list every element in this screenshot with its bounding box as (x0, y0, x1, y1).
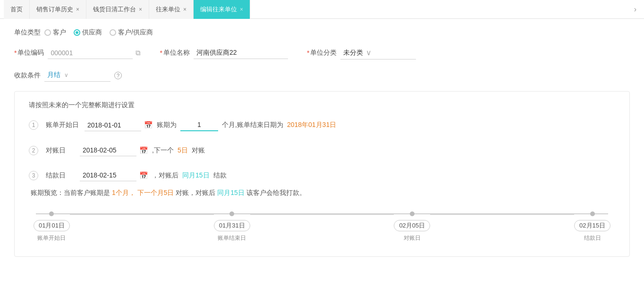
radio-customer-circle (44, 29, 51, 36)
summary-part4: 同月15日 (217, 189, 245, 196)
field-label-2: 对账日 (46, 146, 74, 155)
row-3: 3 结款日 📅 ，对账后 同月15日 结款 (29, 169, 615, 181)
main-content: 单位类型 客户 供应商 客户/供应商 * 单位编码 ⧉ * 单位名称 (0, 19, 644, 287)
timeline-date-1: 01月01日 (34, 220, 70, 231)
field-label-3: 结款日 (46, 171, 74, 180)
payment-highlight: 同月15日 (182, 171, 210, 180)
reconcile-date-input[interactable] (80, 144, 136, 156)
timeline-date-2: 01月31日 (214, 220, 250, 231)
summary-part5: 该客户会给我打款。 (246, 189, 306, 196)
summary-part3: 对账，对账后 (176, 189, 215, 196)
unit-name-group: * 单位名称 (160, 47, 288, 59)
summary-text: 账期预览：当前客户账期是 1个月， 下一个月5日 对账，对账后 同月15日 该客… (29, 189, 615, 197)
radio-customer[interactable]: 客户 (44, 28, 66, 37)
timeline-node-2: 01月31日 账单结束日 (214, 209, 250, 242)
radio-supplier-circle (74, 29, 80, 36)
radio-both[interactable]: 客户/供应商 (110, 28, 153, 37)
end-date-highlight: 2018年01月31日 (287, 121, 336, 129)
tab-cash-ledger-close[interactable]: × (139, 6, 142, 13)
tab-partner-units-label: 往来单位 (156, 5, 180, 14)
reconcile-desc-before: ,下一个 (152, 146, 174, 155)
unit-category-arrow: ∨ (366, 48, 372, 57)
unit-name-input[interactable] (194, 47, 288, 59)
unit-name-star: * (160, 49, 162, 57)
radio-both-label: 客户/供应商 (118, 28, 153, 37)
unit-category-value: 未分类 (343, 49, 363, 57)
unit-code-copy-icon[interactable]: ⧉ (136, 49, 141, 57)
timeline-date-3: 02月05日 (394, 220, 430, 231)
row-number-1: 1 (29, 120, 38, 130)
payment-desc-before: ，对账后 (152, 171, 178, 180)
tab-edit-partner-close[interactable]: × (240, 6, 243, 13)
summary-part1: 1个月， (112, 189, 136, 196)
tabs-bar: 首页 销售订单历史 × 钱货日清工作台 × 往来单位 × 编辑往来单位 × › (0, 0, 644, 19)
row-number-2: 2 (29, 146, 38, 155)
tab-home-label: 首页 (10, 5, 23, 14)
payment-terms-dropdown[interactable]: 月结 ∨ (44, 69, 110, 82)
unit-category-group: * 单位分类 未分类 ∨ (307, 46, 416, 59)
tab-cash-ledger[interactable]: 钱货日清工作台 × (86, 0, 149, 19)
period-label-before: 账期为 (157, 121, 177, 129)
start-date-input[interactable] (85, 119, 141, 131)
reconcile-desc-after: 对账 (192, 146, 205, 155)
payment-date-input[interactable] (80, 169, 136, 181)
radio-supplier-label: 供应商 (82, 28, 102, 37)
inner-card-title: 请按照未来的一个完整帐期进行设置 (29, 101, 615, 110)
payment-desc-after: 结款 (213, 171, 227, 180)
row-number-3: 3 (29, 171, 38, 180)
timeline-label-1: 账单开始日 (37, 234, 66, 242)
unit-type-row: 单位类型 客户 供应商 客户/供应商 (14, 28, 630, 37)
tab-sales-history-label: 销售订单历史 (36, 5, 73, 14)
unit-type-radio-group: 客户 供应商 客户/供应商 (44, 28, 153, 37)
tab-partner-units[interactable]: 往来单位 × (149, 0, 194, 19)
timeline-node-3: 02月05日 对账日 (394, 209, 430, 242)
timeline-dot-4 (590, 211, 595, 216)
unit-category-star: * (307, 49, 309, 57)
timeline-label-4: 结款日 (584, 234, 601, 242)
tab-cash-ledger-label: 钱货日清工作台 (93, 5, 136, 14)
radio-customer-label: 客户 (53, 28, 66, 37)
tab-sales-history[interactable]: 销售订单历史 × (30, 0, 86, 19)
radio-supplier[interactable]: 供应商 (74, 28, 102, 37)
timeline-date-4: 02月15日 (574, 220, 610, 231)
summary-part2: 下一个月5日 (137, 189, 174, 196)
payment-terms-row: 收款条件 月结 ∨ ? (14, 69, 630, 82)
unit-name-label: 单位名称 (163, 49, 190, 57)
unit-code-group: * 单位编码 ⧉ (14, 47, 141, 59)
payment-terms-value: 月结 (47, 71, 60, 79)
timeline-dot-2 (229, 211, 234, 216)
row-1: 1 账单开始日 📅 账期为 个月,账单结束日期为 2018年01月31日 (29, 119, 615, 131)
unit-type-label: 单位类型 (14, 28, 41, 37)
payment-terms-arrow: ∨ (64, 72, 68, 78)
timeline-dot-3 (410, 211, 415, 216)
help-icon[interactable]: ? (114, 72, 122, 79)
field-label-1: 账单开始日 (46, 121, 79, 129)
timeline-label-3: 对账日 (404, 234, 421, 242)
period-label-after: 个月,账单结束日期为 (222, 121, 283, 129)
payment-terms-label: 收款条件 (14, 71, 41, 80)
row-2: 2 对账日 📅 ,下一个 5日 对账 (29, 144, 615, 156)
unit-category-label: 单位分类 (310, 49, 337, 57)
tab-edit-partner[interactable]: 编辑往来单位 × (194, 0, 250, 19)
start-date-calendar[interactable]: 📅 (144, 121, 153, 129)
tabs-arrow[interactable]: › (630, 5, 640, 14)
summary-prefix: 账期预览：当前客户账期是 (31, 189, 110, 196)
unit-code-label: 单位编码 (17, 49, 44, 57)
reconcile-highlight: 5日 (178, 146, 188, 155)
unit-code-star: * (14, 49, 17, 57)
tab-partner-units-close[interactable]: × (183, 6, 186, 13)
unit-fields-row: * 单位编码 ⧉ * 单位名称 * 单位分类 未分类 ∨ (14, 46, 630, 59)
unit-category-dropdown[interactable]: 未分类 ∨ (340, 46, 416, 59)
tab-home[interactable]: 首页 (4, 0, 30, 19)
timeline-node-4: 02月15日 结款日 (574, 209, 610, 242)
inner-card: 请按照未来的一个完整帐期进行设置 1 账单开始日 📅 账期为 个月,账单结束日期… (14, 91, 630, 257)
tab-edit-partner-label: 编辑往来单位 (200, 5, 237, 14)
timeline-dot-1 (49, 211, 54, 216)
reconcile-date-calendar[interactable]: 📅 (139, 146, 148, 155)
tab-sales-history-close[interactable]: × (76, 6, 79, 13)
unit-code-input[interactable] (48, 47, 133, 59)
timeline: 01月01日 账单开始日 01月31日 账单结束日 02月05日 对账日 (29, 209, 615, 242)
period-input[interactable] (180, 119, 218, 131)
payment-date-calendar[interactable]: 📅 (139, 171, 148, 180)
timeline-label-2: 账单结束日 (218, 234, 246, 242)
